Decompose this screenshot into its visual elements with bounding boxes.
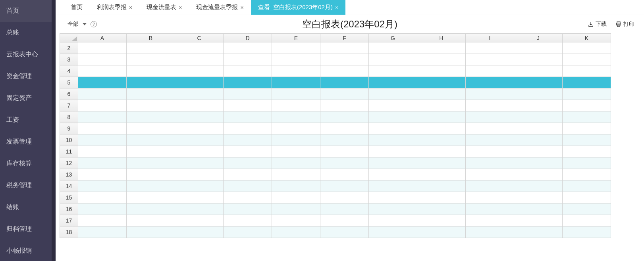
cell-E9[interactable] — [272, 123, 320, 134]
row-header-14[interactable]: 14 — [60, 180, 78, 192]
cell-A7[interactable] — [78, 100, 127, 111]
cell-K9[interactable] — [563, 123, 611, 134]
download-button[interactable]: 下载 — [588, 21, 607, 28]
cell-E3[interactable] — [272, 54, 320, 65]
cell-I2[interactable] — [466, 42, 514, 54]
cell-G14[interactable] — [369, 180, 417, 192]
row-header-16[interactable]: 16 — [60, 203, 78, 215]
cell-D14[interactable] — [224, 180, 272, 192]
row-header-11[interactable]: 11 — [60, 146, 78, 157]
sheet-corner[interactable] — [60, 34, 78, 42]
cell-B5[interactable] — [127, 77, 175, 88]
column-header-H[interactable]: H — [417, 34, 466, 42]
cell-H12[interactable] — [417, 157, 466, 169]
sidebar-item-8[interactable]: 税务管理 — [0, 175, 52, 196]
column-header-C[interactable]: C — [175, 34, 224, 42]
sidebar-item-0[interactable]: 首页 — [0, 0, 52, 22]
cell-I11[interactable] — [466, 146, 514, 157]
cell-E5[interactable] — [272, 77, 320, 88]
cell-B3[interactable] — [127, 54, 175, 65]
cell-D15[interactable] — [224, 192, 272, 203]
cell-I17[interactable] — [466, 215, 514, 226]
cell-A14[interactable] — [78, 180, 127, 192]
cell-F11[interactable] — [320, 146, 369, 157]
cell-H8[interactable] — [417, 111, 466, 123]
cell-E14[interactable] — [272, 180, 320, 192]
cell-G13[interactable] — [369, 169, 417, 180]
cell-F10[interactable] — [320, 134, 369, 146]
cell-H17[interactable] — [417, 215, 466, 226]
cell-C4[interactable] — [175, 65, 224, 77]
row-header-12[interactable]: 12 — [60, 157, 78, 169]
cell-J12[interactable] — [514, 157, 563, 169]
cell-E13[interactable] — [272, 169, 320, 180]
print-button[interactable]: 打印 — [615, 21, 634, 28]
chevron-down-icon[interactable] — [83, 23, 87, 25]
cell-J4[interactable] — [514, 65, 563, 77]
cell-A3[interactable] — [78, 54, 127, 65]
cell-K4[interactable] — [563, 65, 611, 77]
cell-J9[interactable] — [514, 123, 563, 134]
cell-A18[interactable] — [78, 226, 127, 238]
cell-J17[interactable] — [514, 215, 563, 226]
spreadsheet[interactable]: ABCDEFGHIJK 23456789101112131415161718 — [56, 33, 644, 261]
cell-K17[interactable] — [563, 215, 611, 226]
cell-F8[interactable] — [320, 111, 369, 123]
cell-E8[interactable] — [272, 111, 320, 123]
cell-J11[interactable] — [514, 146, 563, 157]
cell-B16[interactable] — [127, 203, 175, 215]
cell-I4[interactable] — [466, 65, 514, 77]
cell-F15[interactable] — [320, 192, 369, 203]
cell-G16[interactable] — [369, 203, 417, 215]
cell-B10[interactable] — [127, 134, 175, 146]
cell-C10[interactable] — [175, 134, 224, 146]
cell-A4[interactable] — [78, 65, 127, 77]
cell-I10[interactable] — [466, 134, 514, 146]
column-header-D[interactable]: D — [224, 34, 272, 42]
cell-D10[interactable] — [224, 134, 272, 146]
column-header-K[interactable]: K — [563, 34, 611, 42]
cell-I9[interactable] — [466, 123, 514, 134]
tab-2[interactable]: 现金流量表× — [139, 0, 189, 15]
cell-F4[interactable] — [320, 65, 369, 77]
cell-F9[interactable] — [320, 123, 369, 134]
cell-D11[interactable] — [224, 146, 272, 157]
cell-E18[interactable] — [272, 226, 320, 238]
cell-K8[interactable] — [563, 111, 611, 123]
column-header-B[interactable]: B — [127, 34, 175, 42]
cell-A12[interactable] — [78, 157, 127, 169]
cell-B18[interactable] — [127, 226, 175, 238]
cell-B14[interactable] — [127, 180, 175, 192]
cell-A11[interactable] — [78, 146, 127, 157]
cell-H3[interactable] — [417, 54, 466, 65]
cell-B9[interactable] — [127, 123, 175, 134]
cell-K7[interactable] — [563, 100, 611, 111]
cell-C8[interactable] — [175, 111, 224, 123]
cell-H11[interactable] — [417, 146, 466, 157]
cell-H4[interactable] — [417, 65, 466, 77]
cell-K3[interactable] — [563, 54, 611, 65]
cell-D16[interactable] — [224, 203, 272, 215]
cell-G12[interactable] — [369, 157, 417, 169]
cell-F7[interactable] — [320, 100, 369, 111]
sidebar-item-3[interactable]: 资金管理 — [0, 65, 52, 87]
cell-I3[interactable] — [466, 54, 514, 65]
cell-E10[interactable] — [272, 134, 320, 146]
row-header-15[interactable]: 15 — [60, 192, 78, 203]
cell-D4[interactable] — [224, 65, 272, 77]
cell-J14[interactable] — [514, 180, 563, 192]
tab-4[interactable]: 查看_空白报表(2023年02月)× — [251, 0, 346, 15]
cell-I12[interactable] — [466, 157, 514, 169]
cell-J16[interactable] — [514, 203, 563, 215]
cell-H13[interactable] — [417, 169, 466, 180]
cell-D8[interactable] — [224, 111, 272, 123]
cell-C17[interactable] — [175, 215, 224, 226]
row-header-4[interactable]: 4 — [60, 65, 78, 77]
cell-G7[interactable] — [369, 100, 417, 111]
help-icon[interactable]: ? — [91, 21, 97, 27]
cell-E2[interactable] — [272, 42, 320, 54]
cell-K12[interactable] — [563, 157, 611, 169]
cell-A17[interactable] — [78, 215, 127, 226]
cell-D12[interactable] — [224, 157, 272, 169]
cell-F17[interactable] — [320, 215, 369, 226]
